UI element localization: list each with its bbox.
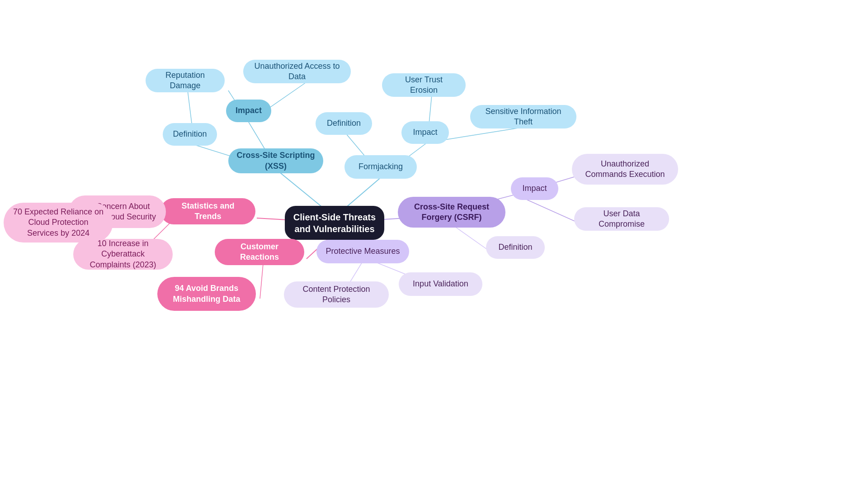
xss-node: Cross-Site Scripting (XSS) (228, 148, 323, 173)
input-validation-node: Input Validation (399, 272, 482, 296)
unauthorized-access-node: Unauthorized Access to Data (243, 60, 351, 83)
stat-reliance-node: 70 Expected Reliance on Cloud Protection… (4, 203, 113, 243)
formjacking-impact-node: Impact (401, 121, 449, 144)
avoid-brands-node: 94 Avoid Brands Mishandling Data (157, 277, 256, 311)
user-data-compromise-node: User Data Compromise (574, 207, 669, 231)
user-trust-erosion-node: User Trust Erosion (382, 73, 466, 97)
formjacking-definition-node: Definition (316, 112, 372, 135)
customer-reactions-node: Customer Reactions (215, 239, 304, 265)
sensitive-info-theft-node: Sensitive Information Theft (470, 105, 576, 128)
xss-definition-node: Definition (163, 123, 217, 146)
csrf-definition-node: Definition (486, 236, 545, 259)
xss-impact-node: Impact (226, 100, 271, 122)
unauthorized-commands-node: Unauthorized Commands Execution (572, 154, 678, 185)
csrf-node: Cross-Site Request Forgery (CSRF) (398, 197, 505, 228)
stat-cyberattack-node: 10 Increase in Cyberattack Complaints (2… (73, 239, 173, 270)
formjacking-node: Formjacking (344, 155, 417, 179)
center-node: Client-Side Threats and Vulnerabilities (285, 206, 384, 240)
content-protection-node: Content Protection Policies (284, 281, 389, 308)
stats-node: Statistics and Trends (160, 198, 255, 224)
reputation-damage-node: Reputation Damage (146, 69, 225, 92)
protective-measures-node: Protective Measures (316, 240, 409, 263)
csrf-impact-node: Impact (511, 177, 558, 200)
